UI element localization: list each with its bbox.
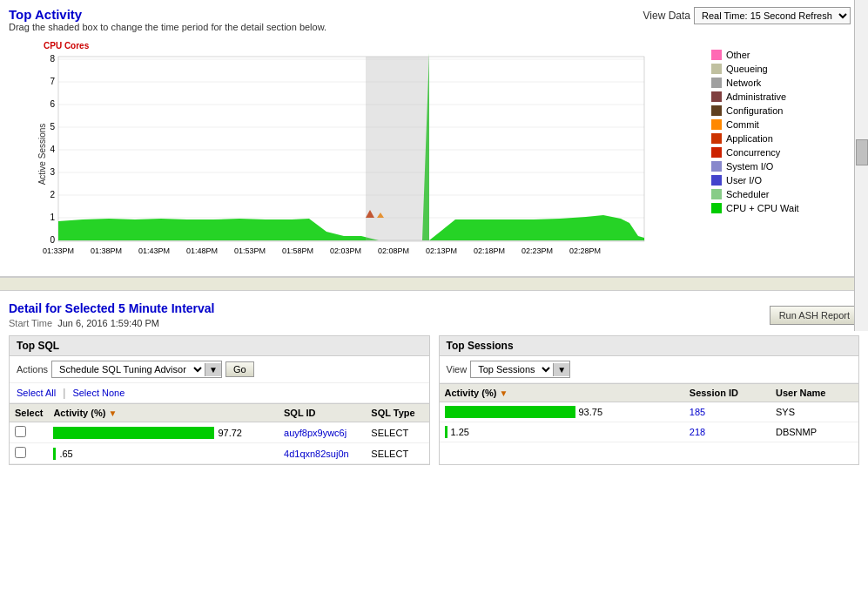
legend-color-administrative — [711, 91, 722, 102]
row-checkbox[interactable] — [15, 426, 26, 437]
sessions-select-wrapper: Top Sessions ▼ — [470, 361, 570, 378]
top-sql-header: Top SQL — [10, 336, 429, 356]
activity-chart: 8 7 6 5 4 — [39, 53, 649, 262]
legend-item-configuration: Configuration — [711, 105, 859, 116]
table-row: .65 4d1qxn82suj0n SELECT — [10, 443, 429, 464]
sort-icon: ▼ — [499, 388, 508, 398]
legend-item-system-io: System I/O — [711, 161, 859, 172]
svg-marker-19 — [58, 53, 644, 240]
legend-color-scheduler — [711, 189, 722, 199]
row-sql-type-cell: SELECT — [366, 443, 428, 464]
select-all-link[interactable]: Select All — [17, 388, 56, 398]
top-sessions-view-row: View Top Sessions ▼ — [440, 356, 859, 383]
go-button[interactable]: Go — [225, 361, 254, 377]
activity-value: .65 — [59, 449, 72, 459]
sql-id-link[interactable]: auyf8px9ywc6j — [284, 428, 347, 438]
top-sessions-table: Activity (%) ▼ Session ID User Name — [440, 383, 859, 442]
col-select: Select — [10, 404, 48, 422]
legend-item-administrative: Administrative — [711, 91, 859, 102]
legend-label-system-io: System I/O — [726, 161, 773, 172]
svg-text:0: 0 — [50, 235, 55, 245]
select-links-row: Select All | Select None — [10, 383, 429, 403]
actions-label: Actions — [17, 364, 48, 375]
chart-area: CPU Cores Active Sessions 8 7 6 — [9, 41, 703, 267]
select-none-link[interactable]: Select None — [72, 388, 124, 398]
top-activity-title: Top Activity — [9, 7, 326, 22]
svg-text:01:38PM: 01:38PM — [91, 246, 122, 255]
svg-text:01:48PM: 01:48PM — [186, 246, 218, 255]
row-sql-id-cell: auyf8px9ywc6j — [279, 422, 366, 443]
legend-label-queueing: Queueing — [726, 64, 768, 74]
view-label: View — [447, 364, 468, 375]
activity-bar — [445, 426, 447, 438]
session-id-cell: 185 — [684, 402, 770, 422]
legend-item-other: Other — [711, 50, 859, 60]
col-user-name: User Name — [770, 384, 858, 402]
svg-text:02:13PM: 02:13PM — [426, 246, 457, 255]
session-id-link[interactable]: 218 — [690, 427, 705, 437]
legend-color-user-io — [711, 175, 722, 186]
scrollbar-thumb[interactable] — [856, 139, 868, 165]
detail-columns: Top SQL Actions Schedule SQL Tuning Advi… — [9, 335, 859, 465]
legend-color-network — [711, 78, 722, 88]
legend-label-concurrency: Concurrency — [726, 147, 780, 158]
top-sql-panel: Top SQL Actions Schedule SQL Tuning Advi… — [9, 335, 430, 465]
svg-text:02:28PM: 02:28PM — [569, 246, 601, 255]
svg-text:3: 3 — [50, 167, 55, 177]
view-data-label: View Data — [643, 10, 690, 22]
legend-item-user-io: User I/O — [711, 175, 859, 186]
view-data-row: View Data Real Time: 15 Second Refresh — [643, 7, 851, 24]
legend-color-commit — [711, 119, 722, 130]
legend-color-cpu-wait — [711, 203, 722, 213]
run-ash-report-button[interactable]: Run ASH Report — [770, 306, 859, 325]
activity-value: 97.72 — [218, 428, 242, 438]
user-name-cell: DBSNMP — [770, 422, 858, 442]
top-activity-subtitle: Drag the shaded box to change the time p… — [9, 22, 326, 32]
start-time-label: Start Time — [9, 318, 52, 328]
view-data-select[interactable]: Real Time: 15 Second Refresh — [694, 7, 851, 24]
row-checkbox[interactable] — [15, 447, 26, 458]
sessions-select-arrow-icon[interactable]: ▼ — [553, 363, 569, 376]
row-activity-cell: .65 — [48, 443, 279, 464]
legend-label-other: Other — [726, 50, 750, 60]
table-row: 1.25 218 DBSNMP — [440, 422, 859, 442]
svg-text:02:18PM: 02:18PM — [474, 246, 505, 255]
legend-item-commit: Commit — [711, 119, 859, 130]
top-sql-table: Select Activity (%) ▼ SQL ID SQL Type — [10, 403, 429, 464]
svg-text:7: 7 — [50, 77, 55, 86]
activity-bar — [53, 427, 214, 439]
row-activity-cell: 97.72 — [48, 422, 279, 443]
session-id-cell: 218 — [684, 422, 770, 442]
sessions-select[interactable]: Top Sessions — [471, 361, 553, 377]
svg-text:02:23PM: 02:23PM — [521, 246, 553, 255]
row-checkbox-cell — [10, 443, 48, 464]
scrollbar[interactable] — [854, 0, 868, 331]
actions-select[interactable]: Schedule SQL Tuning Advisor — [52, 361, 205, 377]
svg-text:1: 1 — [50, 213, 55, 222]
col-sql-type: SQL Type — [366, 404, 428, 422]
detail-header: Detail for Selected 5 Minute Interval St… — [9, 301, 859, 328]
legend-color-configuration — [711, 105, 722, 116]
detail-section: Detail for Selected 5 Minute Interval St… — [0, 291, 868, 472]
legend-label-network: Network — [726, 78, 761, 88]
actions-select-arrow-icon[interactable]: ▼ — [205, 363, 221, 376]
sql-id-link[interactable]: 4d1qxn82suj0n — [284, 449, 349, 459]
activity-bar — [53, 448, 56, 460]
start-time-value: Jun 6, 2016 1:59:40 PM — [57, 318, 159, 328]
table-row: 97.72 auyf8px9ywc6j SELECT — [10, 422, 429, 443]
table-row: 93.75 185 SYS — [440, 402, 859, 422]
activity-value: 93.75 — [579, 407, 603, 417]
col-sessions-activity[interactable]: Activity (%) ▼ — [440, 384, 684, 402]
legend-color-queueing — [711, 64, 722, 74]
session-id-link[interactable]: 185 — [690, 407, 705, 417]
legend-item-queueing: Queueing — [711, 64, 859, 74]
row-checkbox-cell — [10, 422, 48, 443]
col-activity[interactable]: Activity (%) ▼ — [48, 404, 279, 422]
svg-text:02:03PM: 02:03PM — [330, 246, 361, 255]
session-activity-cell: 93.75 — [440, 402, 684, 422]
legend-label-application: Application — [726, 133, 773, 144]
legend-item-network: Network — [711, 78, 859, 88]
legend-color-application — [711, 133, 722, 144]
svg-text:2: 2 — [50, 190, 55, 199]
top-activity-section: Top Activity Drag the shaded box to chan… — [0, 0, 868, 277]
